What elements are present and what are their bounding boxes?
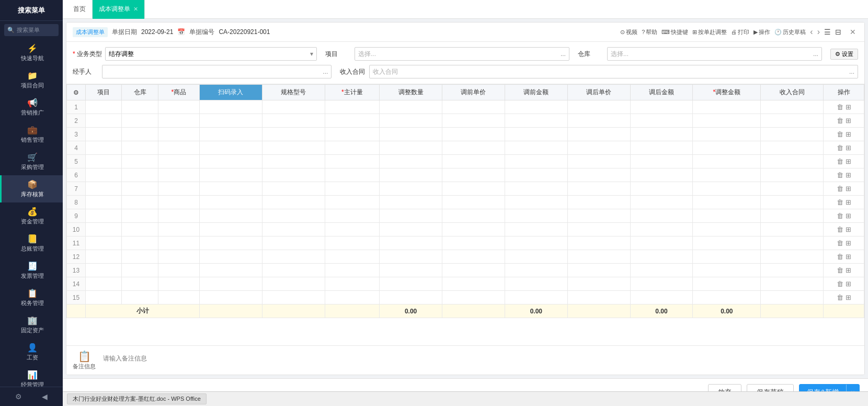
cell-row6-col8[interactable]: [442, 168, 505, 182]
cell-row5-col6[interactable]: [325, 155, 379, 168]
delete-btn-13[interactable]: 🗑: [837, 266, 843, 274]
cell-row6-col5[interactable]: [262, 168, 325, 182]
cell-row5-col11[interactable]: [630, 155, 693, 168]
cell-row11-col9[interactable]: [505, 236, 567, 250]
cell-row15-col8[interactable]: [442, 291, 505, 304]
cell-row13-col4[interactable]: [200, 264, 262, 277]
view-alt-icon[interactable]: ⊟: [835, 28, 841, 36]
delete-btn-14[interactable]: 🗑: [837, 280, 843, 288]
settings-button[interactable]: ⚙ 设置: [830, 49, 858, 60]
cell-row11-col8[interactable]: [442, 236, 505, 250]
cell-row1-col13[interactable]: [761, 100, 824, 114]
cell-row3-col6[interactable]: [325, 128, 379, 141]
cell-row4-col8[interactable]: [442, 141, 505, 155]
cell-row2-col13[interactable]: [761, 114, 824, 128]
cell-row3-col10[interactable]: [567, 128, 630, 141]
cell-row12-col5[interactable]: [262, 250, 325, 264]
cell-row5-col8[interactable]: [442, 155, 505, 168]
delete-btn-1[interactable]: 🗑: [837, 103, 843, 111]
cell-row8-col2[interactable]: [122, 196, 158, 209]
tab-home[interactable]: 首页: [67, 0, 93, 19]
cell-row9-col11[interactable]: [630, 209, 693, 223]
copy-btn-9[interactable]: ⊞: [846, 212, 851, 220]
cell-row2-col12[interactable]: [693, 114, 761, 128]
cell-row14-col2[interactable]: [122, 277, 158, 291]
copy-btn-11[interactable]: ⊞: [846, 239, 851, 247]
cell-row8-col4[interactable]: [200, 196, 262, 209]
cell-row3-col8[interactable]: [442, 128, 505, 141]
sidebar-item-finance-mgmt[interactable]: 💰 资金管理: [0, 202, 63, 230]
ops-action[interactable]: ▶ 操作: [753, 28, 770, 36]
cell-row6-col1[interactable]: [86, 168, 122, 182]
adjust-action[interactable]: ⊞ 按单赴调整: [692, 28, 727, 36]
delete-btn-8[interactable]: 🗑: [837, 198, 843, 206]
cell-row15-col2[interactable]: [122, 291, 158, 304]
cell-row7-col9[interactable]: [505, 182, 567, 196]
copy-btn-12[interactable]: ⊞: [846, 253, 851, 261]
cell-row6-col6[interactable]: [325, 168, 379, 182]
cell-row13-col6[interactable]: [325, 264, 379, 277]
cell-row11-col13[interactable]: [761, 236, 824, 250]
cell-row7-col2[interactable]: [122, 182, 158, 196]
cell-row3-col12[interactable]: [693, 128, 761, 141]
cell-row2-col8[interactable]: [442, 114, 505, 128]
cell-row10-col5[interactable]: [262, 223, 325, 236]
cell-row10-col11[interactable]: [630, 223, 693, 236]
copy-btn-5[interactable]: ⊞: [846, 157, 851, 165]
col-scan[interactable]: 扫码录入: [200, 85, 262, 100]
cell-row8-col6[interactable]: [325, 196, 379, 209]
cell-row12-col4[interactable]: [200, 250, 262, 264]
cell-row14-col5[interactable]: [262, 277, 325, 291]
cell-row3-col3[interactable]: [158, 128, 199, 141]
cell-row10-col8[interactable]: [442, 223, 505, 236]
cell-row8-col12[interactable]: [693, 196, 761, 209]
cell-row3-col4[interactable]: [200, 128, 262, 141]
cell-row4-col5[interactable]: [262, 141, 325, 155]
cell-row3-col9[interactable]: [505, 128, 567, 141]
cell-row13-col11[interactable]: [630, 264, 693, 277]
cell-row9-col10[interactable]: [567, 209, 630, 223]
delete-btn-12[interactable]: 🗑: [837, 253, 843, 261]
cell-row7-col6[interactable]: [325, 182, 379, 196]
copy-btn-2[interactable]: ⊞: [846, 117, 851, 125]
panel-close-btn[interactable]: ✕: [848, 27, 858, 37]
cell-row6-col7[interactable]: [380, 168, 442, 182]
delete-btn-3[interactable]: 🗑: [837, 130, 843, 138]
cell-row8-col13[interactable]: [761, 196, 824, 209]
cell-row9-col2[interactable]: [122, 209, 158, 223]
copy-btn-7[interactable]: ⊞: [846, 185, 851, 193]
cell-row7-col1[interactable]: [86, 182, 122, 196]
cell-row9-col9[interactable]: [505, 209, 567, 223]
cell-row1-col6[interactable]: [325, 100, 379, 114]
cell-row11-col2[interactable]: [122, 236, 158, 250]
sidebar-item-purchase-mgmt[interactable]: 🛒 采购管理: [0, 148, 63, 175]
cell-row11-col11[interactable]: [630, 236, 693, 250]
cell-row15-col9[interactable]: [505, 291, 567, 304]
cell-row10-col2[interactable]: [122, 223, 158, 236]
cell-row8-col8[interactable]: [442, 196, 505, 209]
cell-row9-col13[interactable]: [761, 209, 824, 223]
cell-row10-col10[interactable]: [567, 223, 630, 236]
tab-cost-adjust[interactable]: 成本调整单✕: [93, 0, 145, 19]
cell-row13-col3[interactable]: [158, 264, 199, 277]
cell-row4-col6[interactable]: [325, 141, 379, 155]
cell-row3-col7[interactable]: [380, 128, 442, 141]
cell-row9-col6[interactable]: [325, 209, 379, 223]
cell-row15-col5[interactable]: [262, 291, 325, 304]
cell-row10-col13[interactable]: [761, 223, 824, 236]
cell-row12-col8[interactable]: [442, 250, 505, 264]
cell-row12-col2[interactable]: [122, 250, 158, 264]
cell-row7-col12[interactable]: [693, 182, 761, 196]
cell-row8-col9[interactable]: [505, 196, 567, 209]
cell-row15-col10[interactable]: [567, 291, 630, 304]
print-action[interactable]: 🖨 打印: [731, 28, 749, 36]
cell-row4-col7[interactable]: [380, 141, 442, 155]
cell-row13-col8[interactable]: [442, 264, 505, 277]
cell-row15-col11[interactable]: [630, 291, 693, 304]
cell-row12-col7[interactable]: [380, 250, 442, 264]
nav-next[interactable]: ›: [817, 27, 820, 37]
cell-row11-col6[interactable]: [325, 236, 379, 250]
sidebar-item-payroll[interactable]: 👤 工资: [0, 339, 63, 366]
cell-row9-col4[interactable]: [200, 209, 262, 223]
cell-row4-col10[interactable]: [567, 141, 630, 155]
